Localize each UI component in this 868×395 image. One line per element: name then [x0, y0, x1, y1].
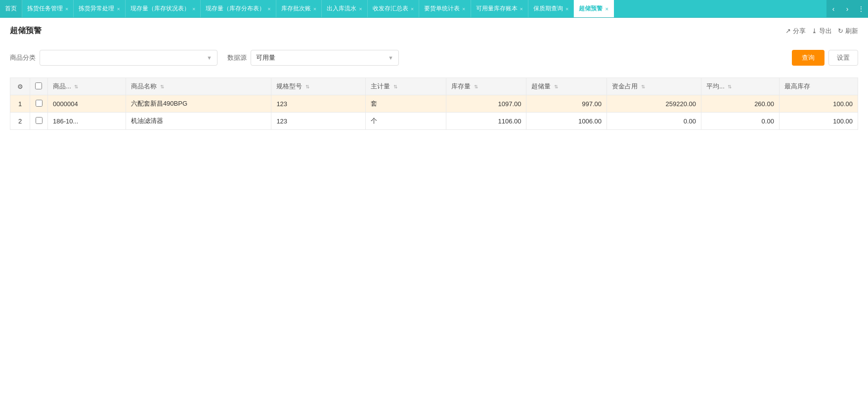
cell-spec: 123 — [271, 95, 366, 113]
nav-tab-stock-status[interactable]: 现存量（库存状况表） × — [126, 0, 201, 18]
chevron-down-icon: ▼ — [388, 55, 393, 61]
nav-next-button[interactable]: › — [840, 0, 854, 18]
nav-tab-collect[interactable]: 收发存汇总表 × — [368, 0, 419, 18]
nav-tab-over-stock-label: 超储预警 — [579, 4, 603, 13]
top-nav: 首页 拣货任务管理 × 拣货异常处理 × 现存量（库存状况表） × 现存量（库存… — [0, 0, 868, 18]
nav-tab-stock-status-label: 现存量（库存状况表） — [130, 4, 190, 13]
nav-tab-available[interactable]: 可用量库存账本 × — [471, 0, 528, 18]
th-unit-label: 主计量 — [371, 82, 390, 90]
th-unit[interactable]: 主计量 ⇅ — [366, 78, 446, 95]
nav-tab-home-label: 首页 — [5, 4, 17, 13]
header-actions: ↗ 分享 ⤓ 导出 ↻ 刷新 — [785, 27, 858, 36]
cell-product-code: 186-10... — [48, 113, 126, 130]
nav-tab-available-label: 可用量库存账本 — [476, 4, 518, 13]
nav-tab-expiry-label: 保质期查询 — [533, 4, 563, 13]
th-capital[interactable]: 资金占用 ⇅ — [607, 78, 701, 95]
close-icon[interactable]: × — [267, 6, 270, 12]
share-button[interactable]: ↗ 分享 — [785, 27, 806, 36]
th-avg-label: 平均... — [706, 82, 725, 90]
refresh-icon: ↻ — [838, 27, 843, 35]
cell-unit: 个 — [366, 113, 446, 130]
th-spec-label: 规格型号 — [276, 82, 302, 90]
page-title: 超储预警 — [10, 26, 42, 36]
cell-avg: 260.00 — [701, 95, 780, 113]
datasource-select-value: 可用量 — [256, 53, 275, 62]
table-row: 2 186-10... 机油滤清器 123 个 1106.00 1006.00 … — [10, 113, 858, 130]
th-capital-label: 资金占用 — [612, 82, 638, 90]
sort-icon: ⇅ — [474, 84, 478, 89]
close-icon[interactable]: × — [411, 6, 414, 12]
close-icon[interactable]: × — [65, 6, 68, 12]
th-over-qty-label: 超储量 — [531, 82, 551, 90]
datasource-label: 数据源 — [227, 53, 247, 62]
th-settings[interactable]: ⚙ — [10, 78, 30, 95]
cell-stock-qty: 1106.00 — [446, 113, 526, 130]
export-button[interactable]: ⤓ 导出 — [812, 27, 832, 36]
close-icon[interactable]: × — [565, 6, 568, 12]
data-table: ⚙ 商品... ⇅ 商品名称 ⇅ 规格型号 ⇅ — [10, 78, 858, 130]
nav-tab-batch[interactable]: 库存批次账 × — [276, 0, 322, 18]
nav-prev-button[interactable]: ‹ — [826, 0, 840, 18]
th-max-stock-label: 最高库存 — [784, 82, 810, 90]
sort-icon: ⇅ — [74, 84, 78, 89]
th-product-name[interactable]: 商品名称 ⇅ — [126, 78, 271, 95]
close-icon[interactable]: × — [520, 6, 523, 12]
cell-over-qty: 1006.00 — [526, 113, 607, 130]
nav-tab-abnormal[interactable]: 拣货异常处理 × — [74, 0, 125, 18]
cell-stock-qty: 1097.00 — [446, 95, 526, 113]
settings-icon: ⚙ — [17, 83, 23, 90]
close-icon[interactable]: × — [192, 6, 195, 12]
nav-menu-button[interactable]: ⋮ — [854, 0, 868, 18]
cell-product-code: 0000004 — [48, 95, 126, 113]
share-icon: ↗ — [785, 27, 791, 35]
page-content: 超储预警 ↗ 分享 ⤓ 导出 ↻ 刷新 商品分类 ▼ 数据源 — [0, 18, 868, 395]
nav-tab-stock-dist[interactable]: 现存量（库存分布表） × — [201, 0, 276, 18]
th-stock-qty[interactable]: 库存量 ⇅ — [446, 78, 526, 95]
cell-product-name: 机油滤清器 — [126, 113, 271, 130]
cell-capital: 259220.00 — [607, 95, 701, 113]
close-icon[interactable]: × — [462, 6, 465, 12]
nav-tab-order-stats[interactable]: 要货单统计表 × — [419, 0, 471, 18]
close-icon[interactable]: × — [359, 6, 362, 12]
nav-tab-home[interactable]: 首页 — [0, 0, 22, 18]
row-checkbox-cell[interactable] — [30, 95, 48, 113]
nav-arrows: ‹ › ⋮ — [826, 0, 868, 18]
sort-icon: ⇅ — [728, 84, 732, 89]
table-header-row: ⚙ 商品... ⇅ 商品名称 ⇅ 规格型号 ⇅ — [10, 78, 858, 95]
settings-button[interactable]: 设置 — [828, 50, 858, 66]
datasource-filter: 数据源 可用量 ▼ — [227, 50, 399, 66]
th-avg[interactable]: 平均... ⇅ — [701, 78, 780, 95]
nav-tab-inout-flow[interactable]: 出入库流水 × — [322, 0, 367, 18]
category-select[interactable]: ▼ — [40, 50, 217, 66]
filter-buttons: 查询 设置 — [792, 50, 858, 66]
nav-tab-task-mgmt[interactable]: 拣货任务管理 × — [22, 0, 74, 18]
th-max-stock[interactable]: 最高库存 — [779, 78, 858, 95]
th-over-qty[interactable]: 超储量 ⇅ — [526, 78, 607, 95]
page-header: 超储预警 ↗ 分享 ⤓ 导出 ↻ 刷新 — [10, 26, 858, 36]
row-num: 1 — [10, 95, 30, 113]
nav-tab-stock-dist-label: 现存量（库存分布表） — [206, 4, 265, 13]
nav-tab-batch-label: 库存批次账 — [281, 4, 311, 13]
sort-icon: ⇅ — [393, 84, 397, 89]
close-icon[interactable]: × — [605, 6, 608, 12]
th-product-code[interactable]: 商品... ⇅ — [48, 78, 126, 95]
select-all-checkbox[interactable] — [35, 82, 42, 89]
query-button[interactable]: 查询 — [792, 50, 825, 66]
nav-tab-task-mgmt-label: 拣货任务管理 — [27, 4, 63, 13]
refresh-button[interactable]: ↻ 刷新 — [838, 27, 858, 36]
th-checkbox[interactable] — [30, 78, 48, 95]
sort-icon: ⇅ — [554, 84, 558, 89]
cell-max-stock: 100.00 — [779, 95, 858, 113]
category-filter: 商品分类 ▼ — [10, 50, 217, 66]
nav-tab-expiry[interactable]: 保质期查询 × — [528, 0, 574, 18]
th-spec[interactable]: 规格型号 ⇅ — [271, 78, 366, 95]
close-icon[interactable]: × — [117, 6, 120, 12]
refresh-label: 刷新 — [845, 27, 858, 36]
nav-tab-over-stock[interactable]: 超储预警 × — [574, 0, 613, 18]
row-checkbox[interactable] — [36, 100, 43, 107]
datasource-select[interactable]: 可用量 ▼ — [251, 50, 399, 66]
chevron-down-icon: ▼ — [207, 55, 212, 61]
close-icon[interactable]: × — [313, 6, 316, 12]
row-checkbox[interactable] — [36, 117, 43, 124]
row-checkbox-cell[interactable] — [30, 113, 48, 130]
